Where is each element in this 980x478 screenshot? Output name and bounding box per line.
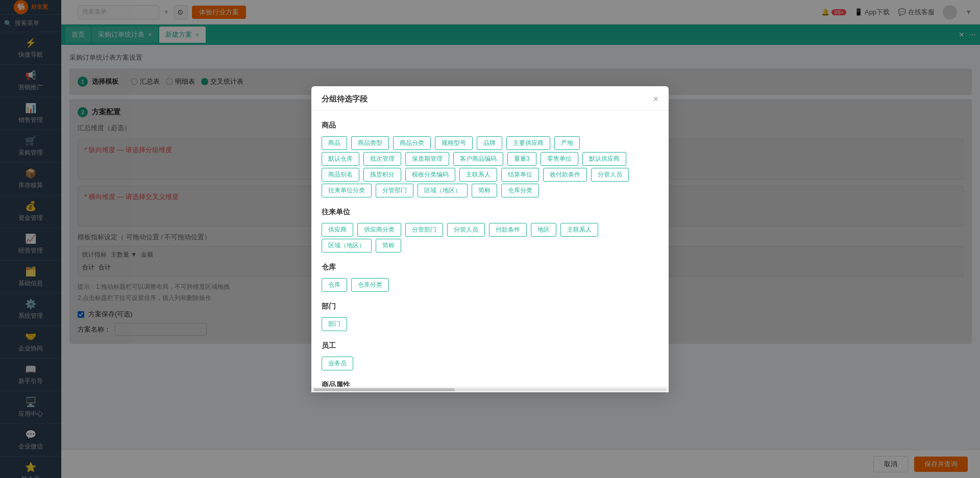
modal-close-btn[interactable]: × [653,94,658,104]
field-tag[interactable]: 仓库分类 [351,278,389,292]
field-tags-product-4: 往来单位分类 分管部门 区域（地区） 简称 仓库分类 [322,184,658,197]
field-tag[interactable]: 结算单位 [501,168,539,182]
field-tag[interactable]: 往来单位分类 [322,184,372,197]
field-tag[interactable]: 收付款条件 [543,168,587,182]
field-tag[interactable]: 仓库 [322,278,347,292]
field-tag[interactable]: 商品 [322,136,347,150]
field-tag[interactable]: 主联系人 [560,223,598,237]
field-tag[interactable]: 仓库分类 [501,184,539,197]
field-tags-employee: 业务员 [322,357,658,370]
field-tag[interactable]: 默认仓库 [322,152,359,166]
field-tag[interactable]: 供应商分类 [357,223,401,237]
field-tag[interactable]: 供应商 [322,223,353,237]
modal-overlay: 分组待选字段 × 商品 商品 商品类型 商品分类 规格型号 品牌 主要供应商 产… [0,0,980,478]
field-tags-warehouse: 仓库 仓库分类 [322,278,658,292]
field-tag[interactable]: 主要供应商 [506,136,550,150]
group-title-warehouse: 仓库 [322,263,658,272]
group-title-attr: 商品属性 [322,381,658,387]
field-tag[interactable]: 地区 [531,223,556,237]
modal-header: 分组待选字段 × [311,86,669,111]
field-tag[interactable]: 部门 [322,317,347,331]
field-tag[interactable]: 税收分类编码 [405,168,455,182]
field-tag[interactable]: 主联系人 [459,168,497,182]
field-tag[interactable]: 规格型号 [435,136,473,150]
modal-title: 分组待选字段 [322,94,368,104]
field-tags-product-2: 默认仓库 批次管理 保质期管理 客户商品编码 重量3 零售单位 默认供应商 [322,152,658,166]
field-tags-partner-2: 区域（地区） 简称 [322,239,658,253]
field-tag[interactable]: 简称 [472,184,497,197]
field-tag[interactable]: 默认供应商 [582,152,626,166]
field-tag[interactable]: 业务员 [322,357,353,370]
field-tag[interactable]: 付款条件 [489,223,527,237]
modal-hscrollbar-track [313,388,667,391]
group-title-employee: 员工 [322,341,658,350]
field-tag[interactable]: 商品类型 [351,136,389,150]
modal-hscrollbar[interactable] [311,387,669,392]
field-tag[interactable]: 客户商品编码 [453,152,503,166]
group-title-product: 商品 [322,121,658,130]
field-tags-product-3: 商品别名 拣货积分 税收分类编码 主联系人 结算单位 收付款条件 分管人员 [322,168,658,182]
group-title-dept: 部门 [322,302,658,311]
field-tag[interactable]: 保质期管理 [405,152,449,166]
field-tag[interactable]: 重量3 [507,152,536,166]
field-tags-product: 商品 商品类型 商品分类 规格型号 品牌 主要供应商 产地 [322,136,658,150]
field-tag[interactable]: 分管部门 [405,223,443,237]
field-tag[interactable]: 零售单位 [541,152,578,166]
modal-hscrollbar-thumb [313,388,455,391]
field-tag[interactable]: 批次管理 [363,152,401,166]
field-tags-dept: 部门 [322,317,658,331]
field-tag[interactable]: 拣货积分 [363,168,401,182]
modal-body: 商品 商品 商品类型 商品分类 规格型号 品牌 主要供应商 产地 默认仓库 批次… [311,111,669,387]
field-tag[interactable]: 简称 [376,239,401,253]
field-tag[interactable]: 区域（地区） [322,239,372,253]
modal: 分组待选字段 × 商品 商品 商品类型 商品分类 规格型号 品牌 主要供应商 产… [311,86,669,392]
field-tag[interactable]: 区域（地区） [418,184,468,197]
field-tag[interactable]: 商品别名 [322,168,359,182]
field-tag[interactable]: 产地 [554,136,580,150]
group-title-partner: 往来单位 [322,208,658,217]
field-tag[interactable]: 商品分类 [393,136,431,150]
field-tag[interactable]: 分管部门 [376,184,413,197]
field-tags-partner: 供应商 供应商分类 分管部门 分管人员 付款条件 地区 主联系人 [322,223,658,237]
field-tag[interactable]: 品牌 [477,136,502,150]
field-tag[interactable]: 分管人员 [591,168,629,182]
field-tag[interactable]: 分管人员 [447,223,485,237]
